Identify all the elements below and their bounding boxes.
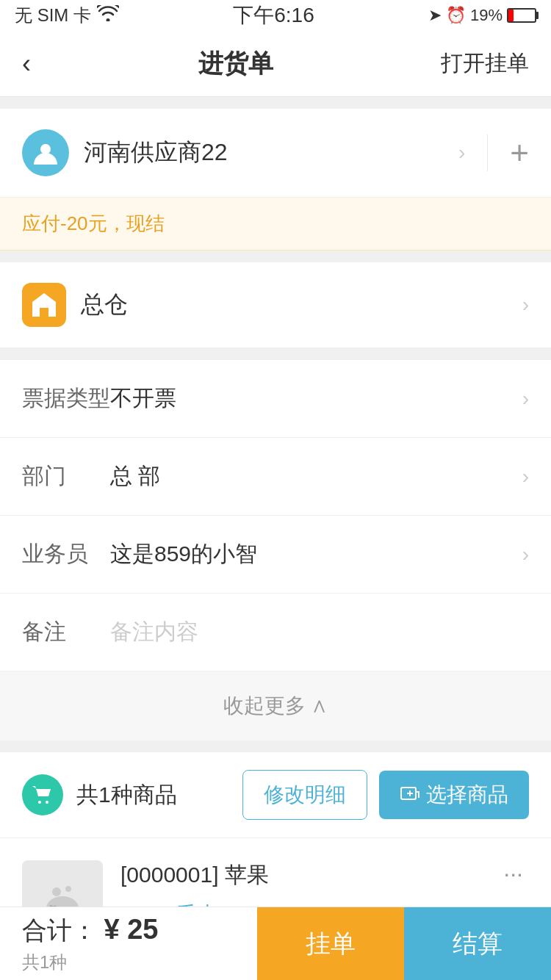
invoice-type-label: 票据类型 [22,383,110,414]
department-chevron-icon: › [522,465,529,489]
divider-3 [0,348,551,360]
cart-icon [31,783,54,807]
invoice-type-chevron-icon: › [522,387,529,411]
total-section: 合计： ¥ 25 共1种 [0,914,257,974]
battery-icon [507,8,536,23]
department-value: 总 部 [110,461,522,491]
supplier-avatar [22,129,69,176]
product-more-button[interactable]: ··· [497,860,529,887]
open-hang-button[interactable]: 打开挂单 [441,48,529,79]
warehouse-name: 总仓 [81,289,522,321]
alert-text: 应付-20元，现结 [22,212,165,234]
status-bar-right: ➤ ⏰ 19% [428,6,536,25]
divider-2 [0,251,551,262]
alert-row: 应付-20元，现结 [0,198,551,251]
wifi-icon [97,5,119,26]
products-icon-bg [22,774,63,815]
svg-point-2 [46,801,48,804]
salesperson-label: 业务员 [22,539,110,569]
page-title: 进货单 [198,47,273,81]
hang-order-button[interactable]: 挂单 [257,907,404,981]
checkout-button[interactable]: 结算 [404,907,551,981]
svg-point-1 [38,801,41,804]
product-title: 苹果 [225,862,269,887]
divider-vertical [487,134,488,171]
svg-point-0 [40,144,51,154]
status-bar: 无 SIM 卡 下午6:16 ➤ ⏰ 19% [0,0,551,31]
note-row[interactable]: 备注 备注内容 [0,594,551,671]
bottom-bar: 合计： ¥ 25 共1种 挂单 结算 [0,907,551,980]
salesperson-row[interactable]: 业务员 这是859的小智 › [0,516,551,594]
select-product-icon [400,785,420,805]
divider-4 [0,741,551,752]
add-supplier-button[interactable]: + [510,134,529,171]
products-count: 共1种商品 [76,780,242,810]
warehouse-row[interactable]: 总仓 › [0,262,551,348]
edit-detail-button[interactable]: 修改明细 [242,770,367,820]
total-count: 共1种 [22,951,235,974]
salesperson-chevron-icon: › [522,543,529,566]
warehouse-icon [31,292,57,318]
battery-text: 19% [470,6,503,25]
supplier-chevron-icon: › [458,141,465,165]
total-amount: 合计： ¥ 25 [22,914,235,948]
nav-bar: ‹ 进货单 打开挂单 [0,31,551,97]
salesperson-value: 这是859的小智 [110,539,522,569]
status-bar-left: 无 SIM 卡 [15,4,119,27]
products-header: 共1种商品 修改明细 选择商品 [0,752,551,838]
total-value: ¥ 25 [104,914,158,945]
note-label: 备注 [22,617,110,647]
carrier-text: 无 SIM 卡 [15,4,91,27]
invoice-type-value: 不开票 [110,383,522,414]
divider-1 [0,97,551,109]
note-placeholder: 备注内容 [110,617,529,647]
select-product-button[interactable]: 选择商品 [379,771,529,819]
total-label: 合计： [22,916,97,944]
department-label: 部门 [22,461,110,491]
person-icon [32,140,59,166]
warehouse-icon-bg [22,283,66,327]
warehouse-chevron-icon: › [522,293,529,317]
supplier-section: 河南供应商22 › + [0,109,551,198]
svg-point-6 [52,887,61,896]
invoice-type-row[interactable]: 票据类型 不开票 › [0,360,551,438]
alarm-icon: ⏰ [446,6,466,25]
location-icon: ➤ [428,6,442,25]
collapse-row[interactable]: 收起更多 ∧ [0,671,551,741]
department-row[interactable]: 部门 总 部 › [0,438,551,516]
status-time: 下午6:16 [233,1,314,29]
product-name: [0000001] 苹果 [120,860,497,890]
product-code: [0000001] [120,862,218,887]
collapse-label: 收起更多 ∧ [223,694,328,717]
svg-point-7 [65,886,71,892]
supplier-name[interactable]: 河南供应商22 [84,137,458,169]
back-button[interactable]: ‹ [22,48,31,79]
select-product-label: 选择商品 [426,781,508,809]
